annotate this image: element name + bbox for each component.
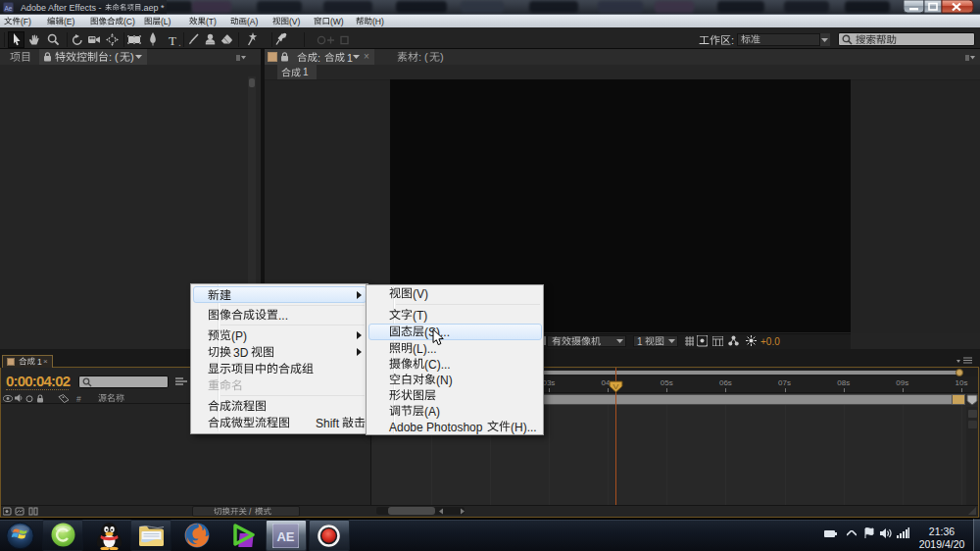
- svg-text:AE: AE: [276, 529, 294, 544]
- svg-text:Ae: Ae: [5, 5, 13, 12]
